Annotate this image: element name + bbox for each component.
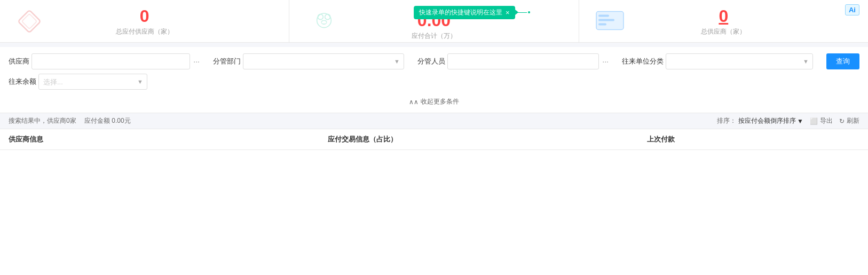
ai-badge[interactable]: Ai (845, 4, 859, 15)
export-icon: ⬜ (810, 117, 818, 125)
svg-rect-11 (598, 23, 606, 25)
svg-point-4 (325, 14, 330, 19)
result-summary: 搜索结果中，供应商0家 应付金额 0.00元 (9, 116, 131, 125)
balance-field: 往来余额 选择... ▼ (9, 74, 147, 90)
export-button[interactable]: ⬜ 导出 (810, 116, 833, 125)
balance-label: 往来余额 (9, 77, 36, 87)
refresh-button[interactable]: ↻ 刷新 (839, 116, 859, 125)
refresh-icon: ↻ (839, 117, 845, 125)
unit-category-field: 往来单位分类 ▼ (622, 53, 813, 69)
stat-total-payable-suppliers: 0 总应付供应商（家） (0, 0, 289, 42)
department-select[interactable] (243, 53, 404, 69)
tooltip-text: 快速录单的快捷键说明在这里 (419, 8, 502, 17)
col-header-supplier: 供应商信息 (9, 135, 328, 144)
sort-select-wrap: 排序： 按应付会额倒序排序 ▼ (717, 116, 803, 125)
col-header-transaction: 应付交易信息（占比） (328, 135, 647, 144)
payable-total-label: 应付合计（万） (412, 32, 456, 41)
query-button[interactable]: 查询 (826, 53, 859, 69)
svg-point-6 (322, 20, 323, 21)
total-payable-label: 总应付供应商（家） (116, 27, 173, 36)
person-field: 分管人员 ··· (417, 53, 609, 69)
unit-category-label: 往来单位分类 (622, 57, 664, 66)
export-label: 导出 (820, 116, 833, 125)
refresh-label: 刷新 (847, 116, 859, 125)
unit-category-select[interactable] (666, 53, 813, 69)
collapse-bar: ∧∧ 收起更多条件 (9, 94, 859, 108)
svg-rect-10 (598, 19, 614, 21)
stat-payable-total: 快速录单的快捷键说明在这里 × 0.00 应付合计（万） (289, 0, 579, 42)
koala-icon (311, 8, 337, 35)
svg-rect-9 (598, 14, 609, 17)
department-field: 分管部门 ▼ (213, 53, 404, 69)
sort-label: 排序： (717, 116, 736, 125)
result-bar: 搜索结果中，供应商0家 应付金额 0.00元 排序： 按应付会额倒序排序 ▼ ⬜… (0, 113, 868, 129)
supplier-input-wrap (31, 53, 190, 69)
supplier-field: 供应商 ··· (9, 53, 200, 69)
total-suppliers-label: 总供应商（家） (701, 27, 746, 36)
filter-row-1: 供应商 ··· 分管部门 ▼ 分管人员 ··· (9, 53, 859, 69)
tooltip-bubble: 快速录单的快捷键说明在这里 × (414, 6, 515, 19)
collapse-label: 收起更多条件 (421, 97, 459, 106)
supplier-label: 供应商 (9, 57, 29, 66)
sort-arrow-icon: ▼ (797, 117, 803, 125)
person-label: 分管人员 (417, 57, 445, 66)
summary-icon (595, 10, 625, 32)
collapse-up-icon: ∧∧ (409, 98, 419, 106)
col-header-lastpay: 上次付款 (647, 135, 860, 144)
table-body (0, 150, 868, 275)
svg-rect-0 (18, 10, 41, 32)
unit-category-select-wrap: ▼ (666, 53, 813, 69)
diamond-icon (16, 8, 43, 35)
balance-select[interactable]: 选择... (38, 74, 147, 90)
supplier-dots[interactable]: ··· (193, 57, 200, 66)
total-payable-value: 0 (140, 6, 149, 26)
result-amount: 应付金额 0.00元 (84, 117, 131, 124)
person-input[interactable] (447, 53, 599, 69)
total-suppliers-value[interactable]: 0 (719, 6, 728, 26)
table-header: 供应商信息 应付交易信息（占比） 上次付款 (0, 129, 868, 150)
supplier-input[interactable] (31, 53, 190, 69)
stats-bar: 0 总应付供应商（家） 快速录单的快捷键说明在这里 × 0.00 (0, 0, 868, 43)
svg-point-3 (318, 14, 323, 19)
svg-point-7 (325, 20, 327, 21)
collapse-button[interactable]: ∧∧ 收起更多条件 (409, 97, 459, 106)
stat-total-suppliers: 0 总供应商（家） Ai (579, 0, 868, 42)
balance-select-wrap: 选择... ▼ (38, 74, 147, 90)
result-text: 搜索结果中，供应商0家 (9, 117, 76, 124)
sort-value[interactable]: 按应付会额倒序排序 ▼ (738, 116, 803, 125)
department-select-wrap: ▼ (243, 53, 404, 69)
tooltip-close[interactable]: × (506, 9, 510, 16)
table-area: 供应商信息 应付交易信息（占比） 上次付款 (0, 129, 868, 275)
person-input-wrap (447, 53, 599, 69)
person-dots[interactable]: ··· (602, 57, 609, 66)
filter-row-2: 往来余额 选择... ▼ (9, 74, 859, 90)
department-label: 分管部门 (213, 57, 241, 66)
filter-area: 供应商 ··· 分管部门 ▼ 分管人员 ··· (0, 47, 868, 113)
result-bar-right: 排序： 按应付会额倒序排序 ▼ ⬜ 导出 ↻ 刷新 (717, 116, 859, 125)
